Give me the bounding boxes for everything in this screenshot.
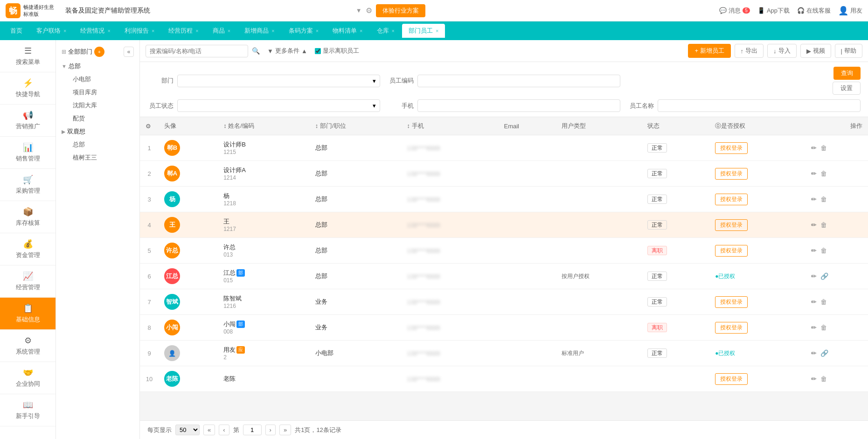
col-name[interactable]: ↕ 姓名/编码 <box>218 117 310 135</box>
sidebar-item-search[interactable]: ☰ 搜索菜单 <box>0 40 56 72</box>
auth-button-1[interactable]: 授权登录 <box>715 142 748 154</box>
delete-button-4[interactable]: 🗑 <box>820 221 827 229</box>
sidebar-item-sales[interactable]: 📊 销售管理 <box>0 137 56 169</box>
tab-history[interactable]: 经营历程 × <box>162 24 205 38</box>
more-filter-button[interactable]: ▼ 更多条件 ▲ <box>264 44 311 57</box>
auth-button-2[interactable]: 授权登录 <box>715 168 748 180</box>
col-dept[interactable]: ↕ 部门/职位 <box>310 117 402 135</box>
sidebar-item-basic[interactable]: 📋 基础信息 <box>0 298 56 330</box>
prev-page-button[interactable]: ‹ <box>219 425 229 435</box>
tab-profit[interactable]: 利润报告 × <box>118 24 161 38</box>
delete-button-3[interactable]: 🗑 <box>820 195 827 203</box>
dept-node-zhishu[interactable]: 植树王三 <box>56 151 139 164</box>
filter-phone-input[interactable] <box>417 99 620 112</box>
edit-button-4[interactable]: ✏ <box>811 221 817 229</box>
tab-close-barcode[interactable]: × <box>316 28 319 34</box>
tab-warehouse[interactable]: 仓库 × <box>370 24 401 38</box>
export-button[interactable]: ↑ 导出 <box>735 44 764 58</box>
dept-node-xiaodian[interactable]: 小电部 <box>56 73 139 86</box>
try-industry-button[interactable]: 体验行业方案 <box>376 4 425 17</box>
dept-collapse-button[interactable]: « <box>124 47 134 57</box>
delete-button-2[interactable]: 🗑 <box>820 170 827 177</box>
edit-button-10[interactable]: ✏ <box>811 375 817 383</box>
col-settings[interactable]: ⚙ <box>140 117 159 135</box>
tab-close-new-product[interactable]: × <box>271 28 274 34</box>
sidebar-item-finance[interactable]: 💰 资金管理 <box>0 233 56 265</box>
dept-node-project[interactable]: 项目库房 <box>56 86 139 99</box>
auth-button-7[interactable]: 授权登录 <box>715 296 748 308</box>
system-dropdown-arrow[interactable]: ▼ <box>356 7 362 14</box>
next-page-button[interactable]: › <box>265 425 276 435</box>
app-download-button[interactable]: 📱 App下载 <box>757 7 790 15</box>
tab-bom[interactable]: 物料清单 × <box>326 24 369 38</box>
edit-button-3[interactable]: ✏ <box>811 195 817 203</box>
tab-close-customer[interactable]: × <box>63 28 66 34</box>
dept-add-button[interactable]: + <box>94 47 104 57</box>
filter-empstatus-select[interactable]: ▾ <box>177 99 380 112</box>
view-button[interactable]: ▶ 视频 <box>800 44 831 58</box>
dept-node-shenyang[interactable]: 沈阳大库 <box>56 99 139 112</box>
show-resigned-checkbox[interactable] <box>315 48 321 54</box>
auth-button-3[interactable]: 授权登录 <box>715 194 748 205</box>
user-button[interactable]: 👤 用友 <box>838 6 862 16</box>
dept-node-shuanglu[interactable]: ▶ 双鹿想 <box>56 125 139 138</box>
sidebar-item-collab[interactable]: 🤝 企业协同 <box>0 362 56 394</box>
tab-home[interactable]: 首页 <box>4 24 29 38</box>
sidebar-item-purchase[interactable]: 🛒 采购管理 <box>0 169 56 201</box>
message-button[interactable]: 💬 消息 5 <box>719 7 750 15</box>
edit-button-7[interactable]: ✏ <box>811 298 817 306</box>
edit-button-6[interactable]: ✏ <box>811 272 817 280</box>
dept-node-distribution[interactable]: 配货 <box>56 112 139 125</box>
edit-button-9[interactable]: ✏ <box>811 349 817 357</box>
delete-button-6[interactable]: 🔗 <box>820 272 828 280</box>
tab-new-product[interactable]: 新增商品 × <box>238 24 281 38</box>
settings-icon[interactable]: ⚙ <box>366 6 372 15</box>
add-employee-button[interactable]: + 新增员工 <box>688 44 730 58</box>
tab-close-department[interactable]: × <box>436 28 438 34</box>
edit-button-1[interactable]: ✏ <box>811 144 817 152</box>
sidebar-item-quicknav[interactable]: ⚡ 快捷导航 <box>0 72 56 105</box>
tab-barcode[interactable]: 条码方案 × <box>282 24 325 38</box>
filter-empname-input[interactable] <box>658 99 861 112</box>
search-input[interactable] <box>146 45 248 57</box>
sidebar-item-management[interactable]: 📈 经营管理 <box>0 265 56 298</box>
tab-close-warehouse[interactable]: × <box>392 28 395 34</box>
page-input[interactable] <box>243 425 262 435</box>
auth-button-10[interactable]: 授权登录 <box>715 373 748 385</box>
col-auth[interactable]: ⓪是否授权 <box>709 117 806 135</box>
auth-button-4[interactable]: 授权登录 <box>715 219 748 231</box>
sidebar-item-marketing[interactable]: 📢 营销推广 <box>0 105 56 137</box>
delete-button-8[interactable]: 🗑 <box>820 324 827 331</box>
sidebar-item-system[interactable]: ⚙ 系统管理 <box>0 330 56 362</box>
first-page-button[interactable]: « <box>203 425 215 435</box>
auth-button-5[interactable]: 授权登录 <box>715 245 748 257</box>
last-page-button[interactable]: » <box>279 425 291 435</box>
online-service-button[interactable]: 🎧 在线客服 <box>797 7 831 15</box>
auth-button-8[interactable]: 授权登录 <box>715 322 748 334</box>
search-button[interactable]: 🔍 <box>252 47 260 55</box>
sidebar-item-guide[interactable]: 📖 新手引导 <box>0 394 56 426</box>
delete-button-10[interactable]: 🗑 <box>820 375 827 383</box>
filter-dept-select[interactable]: ▾ <box>177 75 380 87</box>
sidebar-item-inventory[interactable]: 📦 库存核算 <box>0 201 56 233</box>
per-page-select[interactable]: 50 100 200 <box>175 425 200 435</box>
delete-button-5[interactable]: 🗑 <box>820 247 827 254</box>
dept-node-general2[interactable]: 总部 <box>56 138 139 151</box>
col-phone[interactable]: ↕ 手机 <box>402 117 499 135</box>
delete-button-1[interactable]: 🗑 <box>820 144 827 152</box>
edit-button-5[interactable]: ✏ <box>811 247 817 254</box>
tab-close-bom[interactable]: × <box>360 28 362 34</box>
help-button[interactable]: | 帮助 <box>835 44 862 58</box>
delete-button-9[interactable]: 🔗 <box>820 349 828 357</box>
import-button[interactable]: ↓ 导入 <box>767 44 797 58</box>
set-button[interactable]: 设置 <box>833 82 861 95</box>
delete-button-7[interactable]: 🗑 <box>820 298 827 306</box>
edit-button-2[interactable]: ✏ <box>811 170 817 177</box>
tab-customer[interactable]: 客户联络 × <box>30 24 73 38</box>
tab-close-profit[interactable]: × <box>152 28 154 34</box>
query-button[interactable]: 查询 <box>833 67 861 80</box>
show-resigned-checkbox-label[interactable]: 显示离职员工 <box>315 47 359 55</box>
tab-operation[interactable]: 经营情况 × <box>74 24 117 38</box>
filter-empcode-input[interactable] <box>417 75 620 87</box>
edit-button-8[interactable]: ✏ <box>811 324 817 331</box>
